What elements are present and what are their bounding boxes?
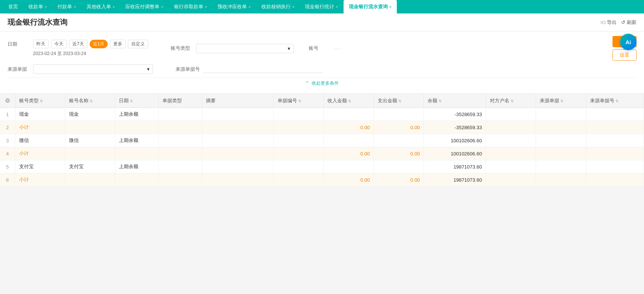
nav-tab-fukuandan[interactable]: 付款单 × [52,0,81,13]
table-wrapper: ⚙ 账号类型⇅ 账号名称⇅ 日期⇅ 单据类型 摘要 单据编号⇅ 收入金额⇅ 支出… [0,94,644,187]
nav-tab-yinhang[interactable]: 银行存取款单 × [169,0,212,13]
cell-account-type: 支付宝 [15,160,65,173]
cell-counterpart [486,147,536,160]
cell-doc-no [274,160,324,173]
cell-date: 上期余额 [115,160,159,173]
account-dots[interactable]: ··· [334,46,341,51]
col-summary: 摘要 [202,94,274,108]
sort-icon-source-doc-no[interactable]: ⇅ [615,99,618,103]
cell-date [115,173,159,187]
cell-summary [202,160,274,173]
cell-expense: 0.00 [374,147,423,160]
refresh-button[interactable]: ↺ 刷新 [621,19,636,26]
date-btn-custom[interactable]: 自定义 [128,40,148,48]
col-account-name: 账号名称⇅ [65,94,115,108]
filter-area: 日期 昨天 今天 近7天 近1月 更多 自定义 2023-02-24 至 202… [0,31,644,94]
cell-doc-no [274,108,324,121]
cell-source-doc [536,108,586,121]
nav-tab-xianjintongji[interactable]: 现金银行统计 × [300,0,343,13]
date-btn-today[interactable]: 今天 [51,40,67,48]
col-date: 日期⇅ [115,94,159,108]
table-row: 4 小计 0.00 0.00 100102606.60 [0,147,644,160]
cell-source-doc [536,134,586,147]
cell-balance: 19871073.60 [424,173,486,187]
source-doc-label: 来源单据 [8,66,30,73]
cell-income [324,134,374,147]
cell-account-name [65,173,115,187]
date-btn-more[interactable]: 更多 [110,40,126,48]
cell-num: 2 [0,121,15,134]
source-doc-select[interactable]: ▾ [33,64,153,74]
table-header-row: ⚙ 账号类型⇅ 账号名称⇅ 日期⇅ 单据类型 摘要 单据编号⇅ 收入金额⇅ 支出… [0,94,644,108]
cell-doc-type [159,160,202,173]
page-title: 现金银行流水查询 [8,17,68,27]
chevron-down-icon-2: ▾ [147,66,150,72]
cell-source-doc-no [586,134,644,147]
sort-icon-balance[interactable]: ⇅ [438,99,441,103]
nav-close-yushou[interactable]: × [248,4,251,9]
cell-expense [374,134,423,147]
sort-icon-doc-no[interactable]: ⇅ [298,99,301,103]
date-options: 昨天 今天 近7天 近1月 更多 自定义 [33,40,148,48]
nav-close-shoukuanhexiao[interactable]: × [292,4,294,9]
cell-doc-no [274,173,324,187]
cell-doc-type [159,147,202,160]
sort-icon-income[interactable]: ⇅ [348,99,351,103]
source-doc-num-input[interactable] [203,66,323,73]
nav-tab-shoukuanhexiao[interactable]: 收款核销执行 × [256,0,300,13]
cell-counterpart [486,121,536,134]
date-btn-yesterday[interactable]: 昨天 [33,40,49,48]
nav-close-yingshou[interactable]: × [161,4,163,9]
cell-doc-type [159,173,202,187]
nav-tab-shoukuandan[interactable]: 收款单 × [23,0,52,13]
account-type-select[interactable]: ▾ [196,44,294,53]
nav-close-liushui[interactable]: × [389,4,392,9]
nav-close-shoukuandan[interactable]: × [45,4,47,9]
sort-icon-counterpart[interactable]: ⇅ [510,99,513,103]
cell-source-doc [536,173,586,187]
cell-summary [202,108,274,121]
nav-close-xianjintongji[interactable]: × [336,4,338,9]
cell-counterpart [486,160,536,173]
cell-source-doc [536,160,586,173]
cell-date: 上期余额 [115,134,159,147]
cell-balance: 19871073.60 [424,160,486,173]
collapse-bar[interactable]: 收起更多条件 [8,78,636,89]
nav-close-fukuandan[interactable]: × [74,4,76,9]
col-expense: 支出金额⇅ [374,94,423,108]
account-type-label: 账号类型 [171,45,193,52]
cell-expense: 0.00 [374,173,423,187]
cell-account-type: 现金 [15,108,65,121]
nav-tab-qita[interactable]: 其他收入单 × [81,0,120,13]
nav-tab-yingshou[interactable]: 应收应付调整单 × [120,0,168,13]
nav-home[interactable]: 首页 [3,0,23,13]
cell-balance: 100102606.60 [424,134,486,147]
cell-income: 0.00 [324,121,374,134]
cell-source-doc-no [586,160,644,173]
sort-icon-date[interactable]: ⇅ [130,99,133,103]
cell-summary [202,134,274,147]
sort-icon-source-doc[interactable]: ⇅ [560,99,563,103]
date-range-display: 2023-02-24 至 2023-03-24 [33,51,148,57]
nav-close-qita[interactable]: × [113,4,115,9]
col-gear[interactable]: ⚙ [0,94,15,108]
nav-close-yinhang[interactable]: × [205,4,207,9]
date-btn-1month[interactable]: 近1月 [90,40,108,48]
top-navigation: 首页 收款单 × 付款单 × 其他收入单 × 应收应付调整单 × 银行存取款单 … [0,0,644,13]
col-source-doc: 来源单据⇅ [536,94,586,108]
nav-tab-yushou[interactable]: 预收冲应收单 × [212,0,256,13]
ai-badge[interactable]: Ai [620,34,636,50]
export-icon: ↑□ [600,19,605,25]
sort-icon-account-type[interactable]: ⇅ [40,99,43,103]
nav-tab-liushui[interactable]: 现金银行流水查询 × [344,0,397,13]
sort-icon-account-name[interactable]: ⇅ [90,99,93,103]
cell-account-name: 现金 [65,108,115,121]
settings-button[interactable]: 设置 [612,49,636,61]
export-button[interactable]: ↑□ 导出 [600,19,617,26]
cell-counterpart [486,173,536,187]
gear-settings-icon[interactable]: ⚙ [5,97,10,104]
date-btn-7days[interactable]: 近7天 [69,40,87,48]
col-source-doc-no: 来源单据号⇅ [586,94,644,108]
sort-icon-expense[interactable]: ⇅ [398,99,401,103]
cell-doc-type [159,108,202,121]
